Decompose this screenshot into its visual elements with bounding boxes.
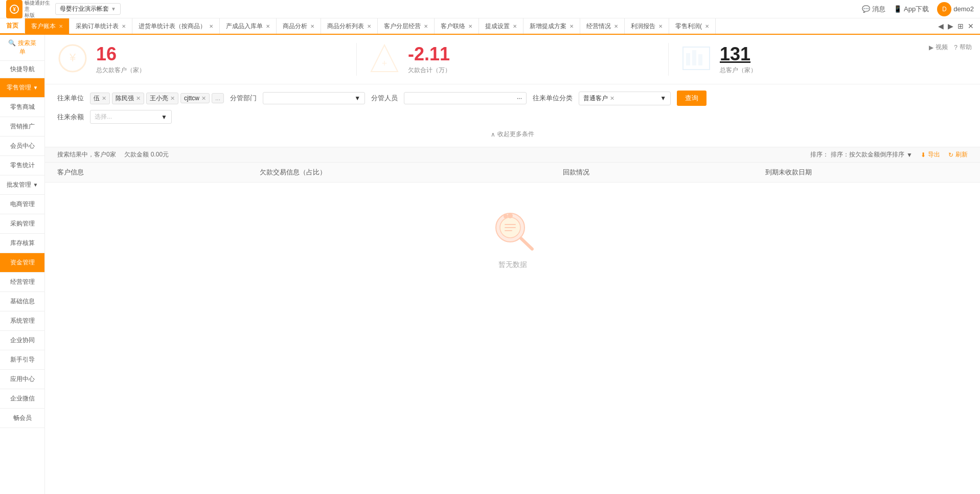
sidebar-quick-nav[interactable]: 快捷导航 [0, 61, 44, 78]
tab-promotion-settings[interactable]: 提成设置 ✕ [479, 18, 523, 34]
app-download-button[interactable]: 📱 App下载 [894, 5, 929, 14]
close-tag-cjttcw[interactable]: ✕ [201, 95, 206, 102]
close-tag-wu[interactable]: ✕ [102, 95, 106, 102]
tab-purchase-order-stats[interactable]: 采购订单统计表 ✕ [70, 18, 132, 34]
balance-select[interactable]: 选择... ▼ [90, 110, 172, 124]
tab-product-analysis-list[interactable]: 商品分析列表 ✕ [321, 18, 378, 34]
sidebar-item-ecommerce[interactable]: 电商管理 [0, 195, 44, 214]
sidebar-item-app-center[interactable]: 应用中心 [0, 370, 44, 389]
branch-person-select[interactable]: ··· [404, 92, 527, 104]
filter-tag-chen: 陈民强 ✕ [112, 93, 144, 104]
help-button[interactable]: ? 帮助 [954, 43, 972, 52]
unit-category-select[interactable]: 普通客户 ✕ ▼ [579, 92, 671, 105]
sidebar-item-enterprise-collab[interactable]: 企业协同 [0, 331, 44, 350]
sidebar-item-inventory[interactable]: 库存核算 [0, 234, 44, 253]
close-tab-product-analysis-list[interactable]: ✕ [367, 24, 371, 29]
tab-retail-profit[interactable]: 零售利润( ✕ [669, 18, 716, 34]
collapse-button[interactable]: ∧ 收起更多条件 [485, 128, 540, 141]
sidebar-item-member-center[interactable]: 会员中心 [0, 137, 44, 156]
close-tab-customer-contact[interactable]: ✕ [468, 24, 472, 29]
branch-person-label: 分管人员 [371, 94, 398, 103]
video-help-button[interactable]: ▶ 视频 [929, 43, 948, 52]
sidebar-item-purchase-mgmt[interactable]: 采购管理 [0, 214, 44, 234]
close-tab-retail-profit[interactable]: ✕ [705, 24, 709, 29]
chevron-down-icon4: ▼ [660, 95, 666, 102]
refresh-button[interactable]: ↻ 刷新 [948, 150, 968, 159]
export-icon: ⬇ [921, 151, 926, 159]
chevron-down-icon: ▼ [111, 6, 116, 12]
tab-profit-report[interactable]: 利润报告 ✕ [625, 18, 669, 34]
chevron-down-icon3: ▼ [354, 95, 360, 102]
branch-dept-select[interactable]: ▼ [263, 92, 365, 104]
nav-left-arrow[interactable]: ◀ [936, 22, 946, 30]
tab-product-analysis[interactable]: 商品分析 ✕ [277, 18, 321, 34]
sidebar: 🔍 搜索菜单 快捷导航 零售管理 ▼ 零售商城 营销推广 会员中心 零售统计 批… [0, 35, 45, 494]
table-col-debt-info: 欠款交易信息（占比） [260, 168, 563, 177]
close-tab-promotion-settings[interactable]: ✕ [513, 24, 517, 29]
user-menu[interactable]: D demo2 [937, 2, 974, 16]
tab-customer-account[interactable]: 客户账本 ✕ [25, 18, 70, 34]
message-button[interactable]: 💬 消息 [862, 5, 885, 14]
branch-dept-label: 分管部门 [230, 94, 257, 103]
close-tab-product-analysis[interactable]: ✕ [310, 24, 314, 29]
close-tab-profit-report[interactable]: ✕ [658, 24, 663, 29]
close-tab-operation-status[interactable]: ✕ [614, 24, 618, 29]
sidebar-item-retail-mall[interactable]: 零售商城 [0, 98, 44, 117]
stats-bar: ¥ 16 总欠款客户（家） + -2.11 欠款合计（万） [45, 35, 980, 84]
close-tab-inbound[interactable]: ✕ [209, 24, 213, 29]
content-area: ¥ 16 总欠款客户（家） + -2.11 欠款合计（万） [45, 35, 980, 494]
nav-expand-icon[interactable]: ⊞ [955, 22, 966, 30]
app-icon: 📱 [894, 5, 902, 13]
tab-inbound-stats[interactable]: 进货单统计表（按商品） ✕ [132, 18, 220, 34]
balance-label: 往来余额 [57, 113, 84, 122]
close-tag-normal-customer[interactable]: ✕ [610, 95, 614, 102]
tab-customer-tier[interactable]: 客户分层经营 ✕ [378, 18, 435, 34]
stat-value-block-2: -2.11 欠款合计（万） [408, 44, 451, 75]
svg-rect-7 [686, 53, 690, 65]
close-tab-add-promotion[interactable]: ✕ [569, 24, 574, 29]
tab-home[interactable]: 首页 [0, 18, 25, 34]
filter-tag-cjttcw: cjttcw ✕ [180, 93, 210, 103]
tab-product-inbound[interactable]: 产成品入库单 ✕ [220, 18, 277, 34]
export-button[interactable]: ⬇ 导出 [921, 150, 940, 159]
sort-selector[interactable]: 排序： 排序：按欠款金额倒序排序 ▼ [810, 150, 913, 159]
table-header: 客户信息 欠款交易信息（占比） 回款情况 到期未收款日期 [45, 163, 980, 183]
table-col-due-date: 到期未收款日期 [765, 168, 968, 177]
sidebar-item-operation-mgmt[interactable]: 经营管理 [0, 273, 44, 292]
close-tab-product-inbound[interactable]: ✕ [266, 24, 270, 29]
sidebar-item-marketing[interactable]: 营销推广 [0, 117, 44, 137]
stat3-label: 总客户（家） [720, 66, 757, 75]
tab-add-promotion[interactable]: 新增提成方案 ✕ [523, 18, 580, 34]
close-tag-chen[interactable]: ✕ [136, 95, 141, 102]
sidebar-item-newcomer-guide[interactable]: 新手引导 [0, 350, 44, 370]
play-icon: ▶ [929, 44, 933, 51]
close-tab-customer-tier[interactable]: ✕ [424, 24, 428, 29]
sidebar-item-finance[interactable]: 资金管理 [0, 253, 44, 273]
table-area: 客户信息 欠款交易信息（占比） 回款情况 到期未收款日期 [45, 163, 980, 494]
sidebar-search[interactable]: 🔍 搜索菜单 [0, 35, 44, 61]
refresh-icon: ↻ [948, 151, 953, 159]
help-icon: ? [954, 44, 958, 51]
search-icon: 🔍 [8, 39, 16, 47]
nav-close-all-icon[interactable]: ✕ [966, 22, 976, 30]
svg-rect-9 [698, 54, 702, 65]
sidebar-item-retail-mgmt[interactable]: 零售管理 ▼ [0, 78, 44, 98]
tab-operation-status[interactable]: 经营情况 ✕ [580, 18, 625, 34]
search-button[interactable]: 查询 [677, 91, 706, 106]
workspace-selector[interactable]: 母婴行业演示帐套 ▼ [55, 3, 121, 15]
sidebar-item-retail-stats[interactable]: 零售统计 [0, 156, 44, 175]
chevron-down-icon: ▼ [33, 85, 38, 91]
more-tags-button[interactable]: ... [212, 93, 224, 103]
close-tab-purchase-order[interactable]: ✕ [122, 24, 126, 29]
result-bar: 搜索结果中，客户0家 欠款金额 0.00元 排序： 排序：按欠款金额倒序排序 ▼… [45, 147, 980, 163]
close-tag-wang[interactable]: ✕ [170, 95, 175, 102]
sidebar-item-basic-info[interactable]: 基础信息 [0, 292, 44, 311]
sidebar-item-enterprise-wechat[interactable]: 企业微信 [0, 389, 44, 409]
sidebar-item-vip-member[interactable]: 畅会员 [0, 409, 44, 428]
sidebar-item-system-mgmt[interactable]: 系统管理 [0, 311, 44, 331]
nav-right-arrow[interactable]: ▶ [946, 22, 955, 30]
logo-icon: ¥ [6, 0, 22, 18]
sidebar-item-wholesale-mgmt[interactable]: 批发管理 ▼ [0, 175, 44, 195]
close-tab-customer-account[interactable]: ✕ [59, 24, 63, 29]
tab-customer-contact[interactable]: 客户联络 ✕ [435, 18, 479, 34]
